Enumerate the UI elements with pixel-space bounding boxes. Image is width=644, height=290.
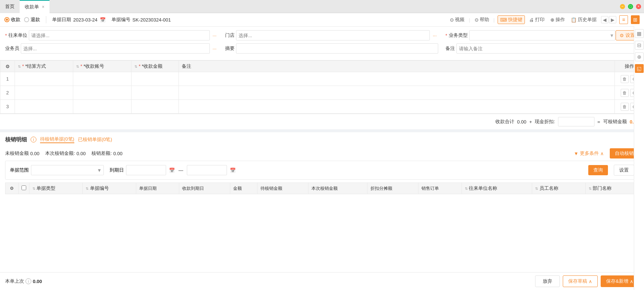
print-button[interactable]: 🖨 打印 [528,16,546,24]
remark-input[interactable] [456,43,639,54]
col-gear[interactable]: ⚙ [0,61,15,72]
remark-field: 备注 [445,43,639,54]
table-row: 3 🗑 ⊕ [0,100,644,114]
bottom-col-check[interactable] [19,183,30,194]
save-new-button[interactable]: 保存&新增 ∧ [601,275,639,287]
prev-info-icon[interactable]: i [25,278,31,284]
discount-input[interactable] [558,117,594,126]
radio-receipt[interactable]: 收款 [4,16,20,23]
tab-close-icon[interactable]: × [42,4,44,9]
staff-field: 业务员 ··· [5,43,218,54]
help-button[interactable]: ⊙ 帮助 [473,16,491,24]
amount-cell-3[interactable] [131,100,179,114]
account-cell-3[interactable] [73,100,131,114]
bottom-col-bill-no: ⇅ 单据编号 [83,183,136,194]
more-conditions-chevron: ∧ [600,151,604,156]
right-panel-btn-4[interactable]: ◱ [635,64,644,73]
business-type-input[interactable]: 预收款 [469,30,615,40]
settle-cell-2[interactable] [15,86,73,100]
tab-home-label: 首页 [5,3,15,10]
form-row-1: * 往来单位 ··· 门店 ··· * 业务类型 预收款 ▼ ⚙ 设置 [5,30,639,40]
bottom-col-gear[interactable]: ⚙ [5,183,19,194]
delete-icon-3[interactable]: 🗑 [621,103,629,111]
bill-no-field: 单据编号 SK-20230324-001 [111,16,171,23]
bottom-table: ⚙ ⇅ 单据类型 ⇅ 单据编号 单据日期 收款到期日 [5,183,639,194]
amount-cell-2[interactable] [131,86,179,100]
tab-receipt[interactable]: 收款单 × [20,0,50,13]
store-input[interactable] [236,30,430,40]
hexiao-stats: 未核销金额 0.00 本次核销金额: 0.00 核销差额: 0.00 ▼ 更多条… [5,146,639,161]
tab-pending[interactable]: 待核销单据(0笔) [40,136,74,143]
help-icon: ⊙ [475,17,479,23]
query-button[interactable]: 查询 [588,165,608,175]
stat-uncanceled: 未核销金额 0.00 [5,150,39,157]
counterparty-more-button[interactable]: ··· [211,33,218,38]
close-button[interactable]: × [636,4,641,9]
form-row-2: 业务员 ··· 摘要 备注 [5,43,639,54]
delete-icon-2[interactable]: 🗑 [621,89,629,97]
operate-button[interactable]: ⊕ 操作 [549,16,566,24]
form-area: * 往来单位 ··· 门店 ··· * 业务类型 预收款 ▼ ⚙ 设置 [0,27,644,60]
remark-cell-1[interactable] [179,72,615,86]
date-from-input[interactable]: 2022-04-01 [126,165,166,175]
stat-current: 本次核销金额: 0.00 [45,150,86,157]
more-conditions-button[interactable]: ▼ 更多条件 ∧ [574,150,604,157]
video-button[interactable]: ⊙ 视频 [448,16,466,24]
shortcut-button[interactable]: ⌨ 快捷键 [498,15,525,24]
bill-date-calendar-icon[interactable]: 📅 [100,17,106,23]
filter-setting-button[interactable]: 设置 [614,165,634,176]
uncanceled-value: 0.00 [30,151,39,156]
prev-label: 本单上次 [5,278,24,285]
tab-home[interactable]: 首页 [0,0,20,13]
expand-button[interactable]: □ [628,4,633,9]
date-from-calendar-icon[interactable]: 📅 [169,168,175,173]
abandon-button[interactable]: 放弃 [535,275,560,287]
right-panel-btn-2[interactable]: ⊟ [635,41,644,50]
nav-next-button[interactable]: ▶ [609,16,616,23]
nav-prev-button[interactable]: ◀ [601,16,608,23]
staff-input[interactable] [21,43,210,54]
staff-more-button[interactable]: ··· [211,46,218,51]
counterparty-label: 往来单位 [8,32,27,39]
amount-cell-1[interactable] [131,72,179,86]
date-to-input[interactable]: 2022-04-12 [187,165,227,175]
tab-bar: 首页 收款单 × − □ × [0,0,644,13]
select-all-checkbox[interactable] [21,185,26,190]
summary-input[interactable] [236,43,438,54]
date-to-calendar-icon[interactable]: 📅 [230,168,236,173]
right-panel-btn-3[interactable]: ⊕ [635,52,644,61]
hexiao-info-icon[interactable]: i [31,137,36,142]
minimize-button[interactable]: − [620,4,625,9]
counterparty-input[interactable] [29,30,209,40]
range-field: 单据范围 ▼ [10,165,104,175]
hexiao-section: 核销明细 i 待核销单据(0笔) 已核销单据(0笔) 未核销金额 0.00 本次… [0,129,644,290]
col-amount: ⇅ * *收款金额 [131,61,179,72]
current-label: 本次核销金额: [45,150,75,157]
bill-date-value: 2023-03-24 [73,17,98,23]
store-more-button[interactable]: ··· [431,33,438,38]
radio-refund[interactable]: 退款 [24,16,40,23]
tab-done[interactable]: 已核销单据(0笔) [78,136,112,143]
save-chevron-icon: ∧ [630,279,633,284]
right-panel-btn-1[interactable]: ▦ [635,29,644,38]
delete-icon-1[interactable]: 🗑 [621,75,629,83]
summary-total-label: 收款合计 [495,118,514,125]
bottom-col-discount: 折扣分摊额 [368,183,419,194]
remark-cell-2[interactable] [179,86,615,100]
settle-cell-1[interactable] [15,72,73,86]
staff-label: 业务员 [5,45,19,52]
history-button[interactable]: 📋 历史单据 [569,16,598,24]
view-list-button[interactable]: ≡ [619,15,628,24]
remark-label: 备注 [445,45,455,52]
video-label: 视频 [455,16,464,23]
settle-cell-3[interactable] [15,100,73,114]
video-icon: ⊙ [450,17,454,23]
save-draft-button[interactable]: 保存草稿 ∧ [563,275,598,287]
view-grid-button[interactable]: ⊞ [631,15,640,24]
account-cell-2[interactable] [73,86,131,100]
account-cell-1[interactable] [73,72,131,86]
range-select[interactable] [31,165,104,175]
remark-cell-3[interactable] [179,100,615,114]
col-account: ⇅ * *收款账号 [73,61,131,72]
radio-receipt-label: 收款 [11,16,20,23]
